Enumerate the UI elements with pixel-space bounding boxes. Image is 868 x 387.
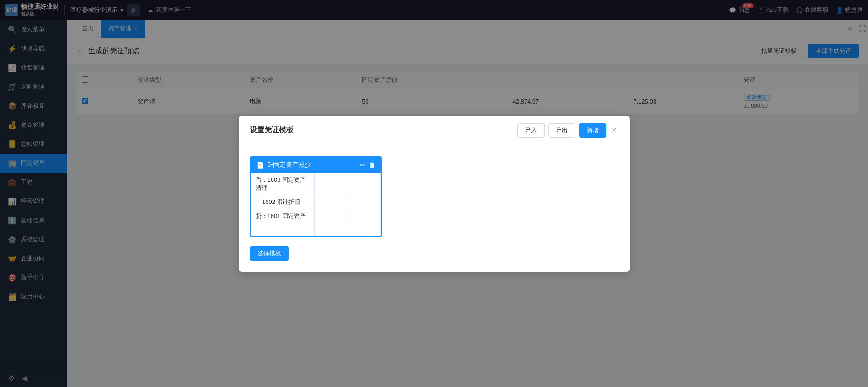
template-cell-e2: [314, 223, 347, 236]
modal-header-actions: 导入 导出 新增 ×: [517, 123, 619, 138]
modal-body: 📄 5-固定资产减少 ✏ 🗑 借：1606 固定资产清理: [239, 145, 630, 272]
template-cell-b2-3: [347, 195, 381, 209]
modal-title: 设置凭证模板: [250, 125, 293, 135]
template-cell-b2-2: [314, 195, 347, 209]
template-card-header-left: 📄 5-固定资产减少: [256, 161, 311, 169]
template-row: 贷：1601 固定资产: [251, 209, 380, 223]
modal-dialog: 设置凭证模板 导入 导出 新增 × 📄 5-固定资产减少 ✏ 🗑: [239, 116, 630, 272]
template-cell-b1-2: [314, 173, 347, 195]
template-edit-icon[interactable]: ✏: [360, 161, 365, 169]
modal-close-btn[interactable]: ×: [610, 123, 619, 138]
template-table: 借：1606 固定资产清理 1602 累计折旧 贷：1601 固定资产: [251, 173, 381, 236]
new-btn[interactable]: 新增: [579, 123, 606, 138]
import-btn[interactable]: 导入: [517, 123, 545, 138]
modal-overlay: 设置凭证模板 导入 导出 新增 × 📄 5-固定资产减少 ✏ 🗑: [0, 0, 868, 387]
template-cell-borrow2: 1602 累计折旧: [251, 195, 314, 209]
select-template-btn[interactable]: 选择模板: [250, 246, 289, 261]
template-cell-b1-3: [347, 173, 381, 195]
template-card-actions: ✏ 🗑: [360, 161, 375, 169]
template-card-header: 📄 5-固定资产减少 ✏ 🗑: [251, 157, 381, 173]
template-row: [251, 223, 380, 236]
template-row: 1602 累计折旧: [251, 195, 380, 209]
template-cell-credit1: 贷：1601 固定资产: [251, 209, 314, 223]
template-cell-empty: [251, 223, 314, 236]
template-row: 借：1606 固定资产清理: [251, 173, 380, 195]
template-delete-icon[interactable]: 🗑: [369, 161, 375, 169]
export-btn[interactable]: 导出: [548, 123, 575, 138]
template-doc-icon: 📄: [256, 161, 264, 169]
template-cell-borrow1: 借：1606 固定资产清理: [251, 173, 314, 195]
template-cell-e3: [347, 223, 381, 236]
template-card: 📄 5-固定资产减少 ✏ 🗑 借：1606 固定资产清理: [250, 156, 382, 237]
select-template-container: 选择模板: [250, 246, 619, 261]
template-cell-c1-2: [314, 209, 347, 223]
template-cell-c1-3: [347, 209, 381, 223]
template-card-title: 5-固定资产减少: [268, 161, 311, 169]
modal-header: 设置凭证模板 导入 导出 新增 ×: [239, 116, 630, 145]
